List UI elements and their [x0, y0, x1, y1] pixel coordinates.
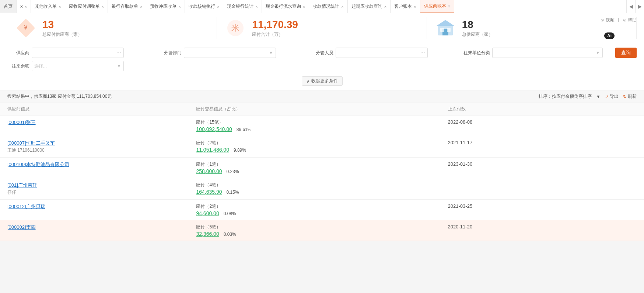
nav-tab-supplier-ledger[interactable]: 供应商账本× — [420, 0, 454, 13]
nav-tab-cash-bank-flow[interactable]: 现金银行流水查询× — [262, 0, 309, 13]
supplier-link[interactable]: [000007]恒旺二手叉车 — [7, 140, 55, 146]
nav-tab-cash-bank-stat[interactable]: 现金银行统计× — [223, 0, 262, 13]
supplier-link[interactable]: [000002]李四 — [7, 224, 36, 230]
trade-row: 11,051,486.00 9.89% — [196, 147, 448, 153]
nav-tab-ar-ap-adjust[interactable]: 应收应付调整单× — [65, 0, 108, 13]
filter-row-1: 供应商 ··· 分管部门 ▼ 分管人员 ··· 往来单位分类 — [7, 48, 637, 58]
trade-label: 应付（2笔） — [196, 203, 448, 210]
last-pay-date: 2023-01-30 — [448, 160, 473, 167]
last-pay-date: 2020-11-20 — [448, 223, 473, 230]
supplier-link[interactable]: [001]广州荣轩 — [7, 182, 37, 188]
trade-info-cell: 应付（2笔） 94,600.00 0.08% — [196, 203, 448, 216]
stat-icon-store — [434, 17, 456, 39]
trade-amount[interactable]: 100,092,540.00 — [196, 126, 232, 132]
last-pay-date: 2021-03-25 — [448, 202, 473, 209]
trade-amount[interactable]: 11,051,486.00 — [196, 147, 229, 153]
supplier-name: [000007]恒旺二手叉车 — [7, 140, 196, 146]
supplier-link[interactable]: [000001]张三 — [7, 120, 36, 125]
close-tab-icon-overdue-ar[interactable]: × — [384, 4, 386, 9]
help-link[interactable]: ⊙ 帮助 — [623, 17, 637, 23]
nav-tab-overdue-ar[interactable]: 超期应收款查询× — [348, 0, 391, 13]
supplier-input-wrap[interactable]: ··· — [32, 48, 124, 58]
result-actions: 排序：按应付余额倒序排序 ▼ ↗ 导出 ↻ 刷新 — [539, 93, 637, 100]
stat-icon-grain: 米 — [224, 17, 246, 39]
person-input[interactable] — [338, 50, 420, 55]
nav-tab-bank-deposit[interactable]: 银行存取款单× — [108, 0, 146, 13]
close-tab-icon-cash-bank-flow[interactable]: × — [303, 4, 305, 9]
refresh-icon: ↻ — [623, 94, 627, 99]
export-btn[interactable]: ↗ 导出 — [605, 93, 619, 100]
result-bar: 搜索结果中，供应商13家 应付金额 111,703,854.00元 排序：按应付… — [0, 90, 644, 103]
trade-amount[interactable]: 164,635.90 — [196, 189, 222, 195]
refresh-btn[interactable]: ↻ 刷新 — [623, 93, 637, 100]
lastpay-cell: 2022-08-08 — [448, 119, 637, 125]
supplier-link[interactable]: [000100]本特勤油品有限公司 — [7, 162, 69, 167]
supplier-info-cell: [001]广州荣轩 仔仔 — [7, 182, 196, 196]
lastpay-cell: 2021-11-17 — [448, 140, 637, 145]
trade-info-cell: 应付（1笔） 258,000.00 0.23% — [196, 161, 448, 174]
trade-label: 应付（4笔） — [196, 182, 448, 188]
close-tab-icon-cash-bank-stat[interactable]: × — [255, 4, 258, 9]
stat-num-payable-amount: 11,170.39 — [252, 19, 298, 31]
result-info: 搜索结果中，供应商13家 应付金额 111,703,854.00元 — [7, 93, 112, 100]
close-tab-icon-tab3[interactable]: × — [25, 4, 27, 9]
sort-label[interactable]: 排序：按应付余额倒序排序 — [539, 93, 592, 100]
trade-amount[interactable]: 32,366.00 — [196, 231, 219, 237]
dept-filter-group: 分管部门 ▼ — [160, 48, 308, 58]
query-button[interactable]: 查询 — [615, 48, 637, 58]
trade-row: 32,366.00 0.03% — [196, 231, 448, 237]
header-links: ⊙ 视频 | ⊙ 帮助 — [601, 17, 637, 23]
nav-tab-tab3[interactable]: 3× — [17, 0, 31, 13]
category-select[interactable]: ▼ — [492, 48, 603, 58]
trade-info-cell: 应付（15笔） 100,092,540.00 89.61% — [196, 119, 448, 132]
nav-tab-prepay-offset[interactable]: 预收冲应收单× — [146, 0, 185, 13]
supplier-info-cell: [000001]张三 — [7, 119, 196, 126]
table-row: [000100]本特勤油品有限公司 应付（1笔） 258,000.00 0.23… — [0, 158, 644, 178]
nav-tab-home[interactable]: 首页 — [0, 0, 17, 13]
trade-amount[interactable]: 258,000.00 — [196, 168, 222, 174]
stat-total-payable-amount: 米 11,170.39 应付合计（万） — [217, 17, 427, 39]
supplier-info-cell: [000012]广州贝瑞 — [7, 203, 196, 210]
close-tab-icon-prepay-offset[interactable]: × — [178, 4, 181, 9]
dept-select[interactable]: ▼ — [184, 48, 276, 58]
filter-area: 供应商 ··· 分管部门 ▼ 分管人员 ··· 往来单位分类 — [0, 43, 644, 90]
trade-pct: 0.15% — [226, 190, 239, 195]
trade-pct: 0.08% — [224, 211, 236, 216]
supplier-link[interactable]: [000012]广州贝瑞 — [7, 204, 45, 209]
stat-label-payable-suppliers: 总应付供应商（家） — [42, 31, 82, 38]
supplier-input[interactable] — [34, 50, 116, 55]
supplier-sub: 王通 17106110000 — [7, 147, 196, 154]
nav-right-arrow[interactable]: ▶ — [635, 0, 644, 13]
nav-left-arrow[interactable]: ◀ — [626, 0, 635, 13]
export-icon: ↗ — [605, 94, 609, 99]
balance-select[interactable]: 选择... ▼ — [32, 61, 124, 71]
table-row: [000001]张三 应付（15笔） 100,092,540.00 89.61%… — [0, 116, 644, 136]
close-tab-icon-receipt-stat[interactable]: × — [341, 4, 343, 9]
stat-num-payable-suppliers: 13 — [42, 19, 82, 31]
nav-tab-other-income[interactable]: 其他收入单× — [31, 0, 65, 13]
video-link[interactable]: ⊙ 视频 — [601, 17, 614, 23]
trade-amount[interactable]: 94,600.00 — [196, 210, 219, 216]
nav-tab-receipt-verify[interactable]: 收款核销执行× — [185, 0, 223, 13]
close-tab-icon-bank-deposit[interactable]: × — [140, 4, 142, 9]
person-dots-icon: ··· — [420, 49, 425, 56]
close-tab-icon-supplier-ledger[interactable]: × — [448, 4, 450, 8]
svg-rect-7 — [440, 28, 444, 32]
close-tab-icon-ar-ap-adjust[interactable]: × — [102, 4, 104, 9]
collapse-button[interactable]: ∧ 收起更多条件 — [302, 76, 343, 86]
nav-tab-receipt-stat[interactable]: 收款情况统计× — [309, 0, 347, 13]
close-tab-icon-customer-ledger[interactable]: × — [414, 4, 416, 9]
stat-label-payable-amount: 应付合计（万） — [252, 31, 298, 38]
trade-info-cell: 应付（5笔） 32,366.00 0.03% — [196, 224, 448, 237]
trade-pct: 9.89% — [234, 148, 246, 153]
supplier-info-cell: [000007]恒旺二手叉车 王通 17106110000 — [7, 140, 196, 154]
person-input-wrap[interactable]: ··· — [336, 48, 428, 58]
trade-label: 应付（15笔） — [196, 119, 448, 125]
close-tab-icon-receipt-verify[interactable]: × — [217, 4, 219, 9]
nav-tab-customer-ledger[interactable]: 客户账本× — [391, 0, 420, 13]
lastpay-cell: 2020-11-20 — [448, 224, 637, 230]
export-label: 导出 — [610, 93, 619, 100]
supplier-name: [001]广州荣轩 — [7, 182, 196, 189]
ai-badge[interactable]: Ai — [604, 32, 615, 39]
close-tab-icon-other-income[interactable]: × — [59, 4, 61, 9]
